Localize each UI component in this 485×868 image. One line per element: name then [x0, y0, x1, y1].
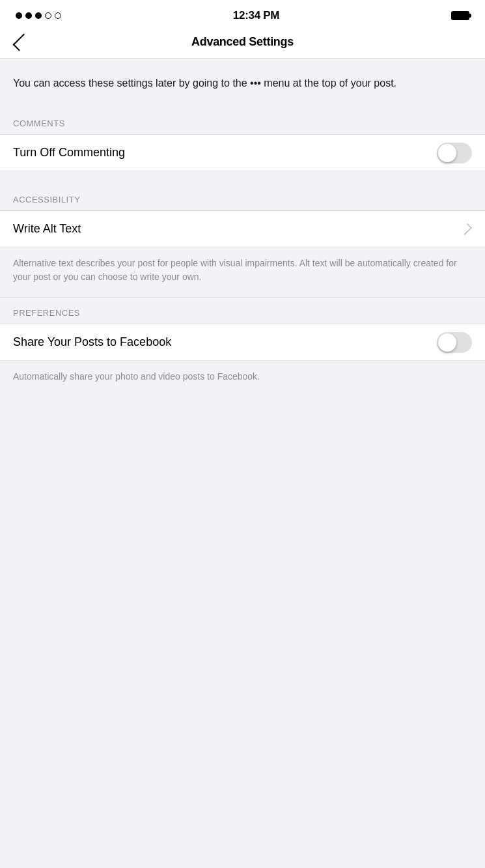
signal-dot-5 [55, 12, 61, 19]
facebook-description-section: Automatically share your photo and video… [0, 361, 485, 397]
intro-text: You can access these settings later by g… [13, 76, 472, 91]
comments-section-label: COMMENTS [13, 119, 65, 128]
turn-off-commenting-label: Turn Off Commenting [13, 146, 125, 160]
signal-dot-4 [45, 12, 51, 19]
accessibility-section-label: ACCESSIBILITY [13, 195, 80, 204]
spacer-1 [0, 171, 485, 184]
turn-off-commenting-toggle[interactable] [437, 143, 472, 163]
signal-dot-3 [35, 12, 42, 19]
page-title: Advanced Settings [191, 35, 294, 49]
preferences-section-header: PREFERENCES [0, 298, 485, 324]
toggle-thumb [438, 144, 456, 162]
accessibility-section-header: ACCESSIBILITY [0, 184, 485, 211]
navigation-bar: Advanced Settings [0, 29, 485, 59]
turn-off-commenting-row: Turn Off Commenting [0, 135, 485, 171]
preferences-section-label: PREFERENCES [13, 308, 80, 318]
toggle-thumb-2 [438, 333, 456, 352]
main-content: You can access these settings later by g… [0, 59, 485, 397]
battery-icon [451, 11, 469, 20]
battery-indicator [451, 11, 469, 20]
share-to-facebook-toggle[interactable] [437, 332, 472, 353]
share-to-facebook-row: Share Your Posts to Facebook [0, 324, 485, 361]
chevron-right-icon [460, 223, 472, 234]
write-alt-text-row[interactable]: Write Alt Text [0, 211, 485, 247]
status-bar: 12:34 PM [0, 0, 485, 29]
intro-section: You can access these settings later by g… [0, 59, 485, 108]
signal-indicators [16, 12, 61, 19]
signal-dot-1 [16, 12, 22, 19]
write-alt-text-label: Write Alt Text [13, 222, 81, 236]
alt-text-description: Alternative text describes your post for… [13, 257, 472, 284]
comments-section-header: COMMENTS [0, 108, 485, 135]
back-chevron-icon [13, 33, 31, 51]
signal-dot-2 [25, 12, 32, 19]
alt-text-description-section: Alternative text describes your post for… [0, 247, 485, 298]
share-to-facebook-label: Share Your Posts to Facebook [13, 335, 171, 349]
back-button[interactable] [10, 32, 29, 53]
facebook-description: Automatically share your photo and video… [13, 370, 472, 384]
status-time: 12:34 PM [233, 9, 279, 22]
